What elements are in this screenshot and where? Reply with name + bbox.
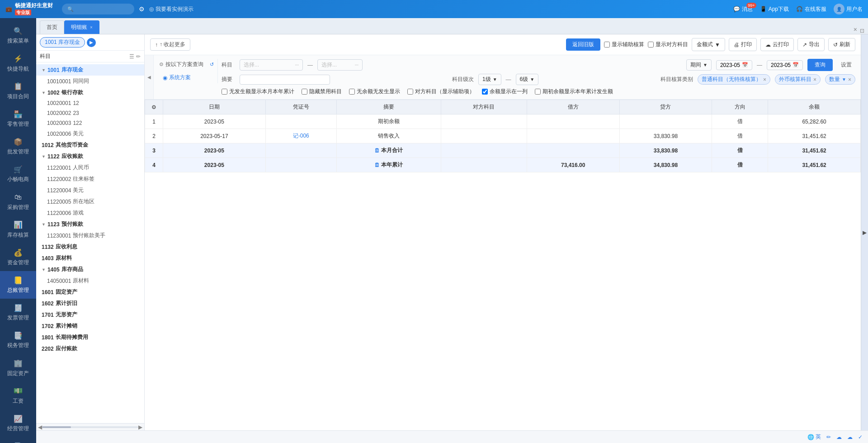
tree-list-icon[interactable]: ☰	[129, 53, 134, 60]
display-mode-btn[interactable]: 金额式 ▼	[692, 38, 725, 51]
tree-item-10020002[interactable]: 10020002 23	[36, 108, 144, 118]
back-btn[interactable]: 返回旧版	[566, 38, 600, 51]
demo-link[interactable]: ◎ 我要看实例演示	[149, 5, 193, 13]
tree-item-1702[interactable]: 1702 累计摊销	[36, 320, 144, 332]
cb-no-amount[interactable]: 无发生额显示本月本年累计	[222, 88, 294, 95]
cb-no-balance-input[interactable]	[349, 89, 355, 95]
sidebar-item-retail[interactable]: 🏪 零售管理	[0, 105, 36, 133]
tree-item-14050001[interactable]: 14050001 原材料	[36, 275, 144, 286]
sidebar-item-ledger[interactable]: 📒 总账管理	[0, 271, 36, 299]
filter-tag-foreign-remove[interactable]: ×	[813, 76, 816, 83]
summary-input[interactable]	[240, 75, 330, 85]
window-expand-btn[interactable]: ⊡	[860, 28, 864, 34]
tab-detail-close[interactable]: ×	[90, 25, 93, 30]
sidebar-item-assets[interactable]: 🏢 固定资产	[0, 354, 36, 381]
query-btn[interactable]: 查询	[807, 59, 833, 71]
tree-item-11220005[interactable]: 11220005 所在地区	[36, 196, 144, 207]
tree-edit-icon[interactable]: ✏	[136, 53, 141, 60]
tree-scroll-right[interactable]: ▶	[138, 424, 142, 430]
filter-tag-normal-remove[interactable]: ×	[763, 76, 766, 83]
cb-balance-col[interactable]: 余额显示在一列	[482, 88, 528, 95]
subject-select[interactable]: 选择... ···	[240, 59, 303, 71]
tree-item-2202[interactable]: 2202 应付账款	[36, 343, 144, 354]
sidebar-item-expense[interactable]: 📄 小畅报销	[0, 437, 36, 443]
cb-opening[interactable]: 期初余额显示本年累计发生额	[535, 88, 613, 95]
sidebar-item-project[interactable]: 📋 项目合同	[0, 77, 36, 105]
app-download-btn[interactable]: 📱 App下载	[760, 5, 789, 13]
voucher-link[interactable]: 记-006	[293, 133, 309, 139]
level-start-select[interactable]: 1级 ▼	[478, 74, 501, 85]
cb-no-amount-input[interactable]	[222, 89, 227, 95]
tree-item-10020006[interactable]: 10020006 美元	[36, 128, 144, 139]
refresh-btn[interactable]: ↺ 刷新	[828, 38, 855, 51]
user-avatar-btn[interactable]: 👤 用户名	[834, 4, 863, 14]
show-counter-input[interactable]	[648, 42, 654, 48]
show-aux-checkbox[interactable]: 显示辅助核算	[604, 41, 644, 48]
refresh-small-icon[interactable]: ↺	[210, 62, 214, 67]
tree-item-1002[interactable]: ▼ 1002 银行存款	[36, 87, 144, 98]
tree-item-11230001[interactable]: 11230001 预付账款美手	[36, 230, 144, 241]
cloud2-btn[interactable]: ☁	[847, 434, 853, 440]
tree-scroll-left[interactable]: ◀	[38, 424, 42, 430]
filter-tag-quantity[interactable]: 数量 ▼ ×	[825, 74, 855, 85]
counter-subject-select[interactable]: 选择... ···	[317, 59, 363, 71]
filter-tag-foreign[interactable]: 外币核算科目 ×	[775, 74, 821, 85]
tree-item-1123[interactable]: ▼ 1123 预付账款	[36, 219, 144, 230]
sidebar-item-ecommerce[interactable]: 🛒 小畅电商	[0, 160, 36, 188]
service-btn[interactable]: 🎧 在线客服	[796, 5, 826, 13]
print-btn[interactable]: 🖨 打印	[729, 38, 757, 51]
lang-btn[interactable]: 🌐 英	[807, 433, 821, 441]
tree-item-11220004[interactable]: 11220004 美元	[36, 185, 144, 196]
more-btn[interactable]: ↑ ↑ 收起更多	[150, 38, 190, 51]
sidebar-item-payroll[interactable]: 💵 工资	[0, 381, 36, 409]
window-close-btn[interactable]: ×	[851, 25, 860, 34]
show-aux-input[interactable]	[604, 42, 610, 48]
sidebar-item-capital[interactable]: 💰 资金管理	[0, 243, 36, 271]
export-btn[interactable]: ↗ 导出	[797, 38, 825, 51]
cb-no-balance[interactable]: 无余额无发生显示	[349, 88, 400, 95]
sidebar-item-search[interactable]: 🔍 搜索菜单	[0, 22, 36, 49]
sidebar-item-wholesale[interactable]: 📦 批发管理	[0, 133, 36, 160]
cb-hide-disabled[interactable]: 隐藏禁用科目	[302, 88, 342, 95]
tree-item-1001[interactable]: ▼ 1001 库存现金	[36, 64, 144, 76]
tree-item-1602[interactable]: 1602 累计折旧	[36, 298, 144, 309]
status-btn[interactable]: ✓	[858, 434, 863, 440]
settings-btn[interactable]: 设置	[837, 59, 855, 71]
top-search-input[interactable]	[75, 5, 148, 14]
level-end-select[interactable]: 6级 ▼	[516, 74, 539, 85]
period-end-field[interactable]: 2023-05 📅	[767, 60, 803, 70]
cloud-btn[interactable]: ☁	[836, 434, 842, 440]
tree-item-10020003[interactable]: 10020003 122	[36, 118, 144, 128]
show-counter-checkbox[interactable]: 显示对方科目	[648, 41, 688, 48]
cb-hide-disabled-input[interactable]	[302, 89, 307, 95]
account-arrow-btn[interactable]: ▶	[87, 38, 96, 47]
tree-item-11220001[interactable]: 11220001 人民币	[36, 162, 144, 173]
cloud-print-btn[interactable]: ☁ 云打印	[760, 38, 794, 51]
tree-item-1403[interactable]: 1403 原材料	[36, 252, 144, 264]
tree-item-1132[interactable]: 1132 应收利息	[36, 241, 144, 252]
sidebar-item-purchase[interactable]: 🛍 采购管理	[0, 188, 36, 215]
period-start-field[interactable]: 2023-05 📅	[716, 60, 752, 70]
account-badge[interactable]: 1001 库存现金	[40, 37, 85, 48]
tree-item-1405[interactable]: ▼ 1405 库存商品	[36, 264, 144, 275]
feedback-btn[interactable]: ✏	[826, 434, 831, 440]
tree-item-10010001[interactable]: 10010001 同同同	[36, 76, 144, 87]
sidebar-item-management[interactable]: 📈 经营管理	[0, 410, 36, 437]
tab-home[interactable]: 首页	[40, 20, 64, 34]
right-expand-tab[interactable]: ▶	[861, 34, 868, 430]
tree-item-1801[interactable]: 1801 长期待摊费用	[36, 332, 144, 343]
tree-item-10020001[interactable]: 10020001 12	[36, 98, 144, 108]
filter-collapse-btn[interactable]: ◀	[145, 55, 154, 99]
cb-balance-col-input[interactable]	[482, 89, 488, 95]
tree-item-11220006[interactable]: 11220006 游戏	[36, 207, 144, 219]
settings-icon[interactable]: ⚙	[139, 5, 145, 13]
filter-tag-quantity-remove[interactable]: ×	[848, 76, 851, 83]
sidebar-item-quicknav[interactable]: ⚡ 快捷导航	[0, 49, 36, 77]
system-scheme-item[interactable]: ◉ 系统方案	[159, 72, 214, 83]
tab-detail[interactable]: 明细账 ×	[64, 20, 99, 34]
tree-item-11220002[interactable]: 11220002 往来标签	[36, 173, 144, 185]
sidebar-item-tax[interactable]: 📑 税务管理	[0, 326, 36, 354]
sidebar-item-invoice[interactable]: 🧾 发票管理	[0, 299, 36, 326]
col-settings[interactable]: ⚙	[145, 100, 163, 114]
period-mode-select[interactable]: 期间 ▼	[686, 59, 712, 71]
